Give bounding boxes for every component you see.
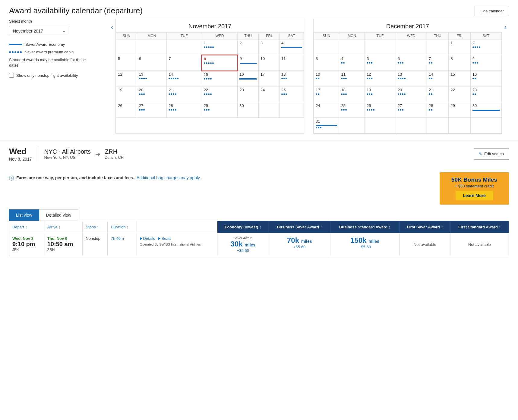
premium-dots-icon bbox=[9, 51, 22, 53]
first-standard-header[interactable]: First Standard Award ↕ bbox=[450, 221, 509, 233]
month-dropdown[interactable]: November 2017 ⌄ bbox=[9, 26, 69, 36]
nov-day-2[interactable]: 2 bbox=[238, 39, 258, 55]
hide-calendar-button[interactable]: Hide calendar bbox=[475, 6, 509, 16]
business-standard-header[interactable]: Business Standard Award ↕ bbox=[330, 221, 399, 233]
next-month-button[interactable]: › bbox=[502, 21, 509, 33]
nov-day-8-today[interactable]: 8 bbox=[202, 55, 238, 71]
depart-header[interactable]: Depart ↕ bbox=[9, 221, 44, 233]
nov-day-28[interactable]: 28 bbox=[167, 102, 202, 118]
dec-day-26[interactable]: 26 bbox=[365, 102, 396, 118]
nov-day-3[interactable]: 3 bbox=[258, 39, 279, 55]
dec-day-28[interactable]: 28 bbox=[427, 102, 448, 118]
nov-day-4[interactable]: 4 bbox=[280, 39, 304, 55]
nov-day-19[interactable]: 19 bbox=[116, 86, 137, 102]
dec-day-14[interactable]: 14 bbox=[427, 71, 448, 86]
first-saver-header[interactable]: First Saver Award ↕ bbox=[400, 221, 450, 233]
selected-month-text: November 2017 bbox=[13, 29, 43, 33]
dec-day-8[interactable]: 8 bbox=[449, 55, 470, 71]
dec-day-6[interactable]: 6 bbox=[396, 55, 427, 71]
dec-day-25[interactable]: 25 bbox=[339, 102, 365, 118]
nonstop-checkbox[interactable] bbox=[9, 73, 14, 78]
dec-day-23[interactable]: 23 bbox=[470, 86, 501, 102]
page-wrapper: Award availability calendar (departure) … bbox=[0, 0, 518, 265]
dec-day-9[interactable]: 9 bbox=[470, 55, 501, 71]
nov-day-24[interactable]: 24 bbox=[258, 86, 279, 102]
business-saver-header[interactable]: Business Saver Award ↕ bbox=[269, 221, 330, 233]
dec-day-15[interactable]: 15 bbox=[449, 71, 470, 86]
economy-saver-label: Saver Award bbox=[220, 236, 266, 240]
dec-day-16[interactable]: 16 bbox=[470, 71, 501, 86]
nov-day-27[interactable]: 27 bbox=[137, 102, 167, 118]
arrive-header[interactable]: Arrive ↕ bbox=[44, 221, 83, 233]
nov-wed-header: WED bbox=[202, 33, 238, 39]
seats-link[interactable]: Seats bbox=[158, 236, 171, 241]
dec-day-20[interactable]: 20 bbox=[396, 86, 427, 102]
learn-more-button[interactable]: Learn More bbox=[456, 191, 493, 200]
dec-day-17[interactable]: 17 bbox=[314, 86, 339, 102]
info-icon: i bbox=[9, 176, 14, 180]
dec-empty bbox=[314, 39, 339, 55]
economy-header[interactable]: Economy (lowest) ↕ bbox=[217, 221, 269, 233]
nov-day-11[interactable]: 11 bbox=[280, 55, 304, 71]
dec-day-30[interactable]: 30 bbox=[470, 102, 501, 118]
prev-month-button[interactable]: ‹ bbox=[109, 21, 115, 33]
dec-day-10[interactable]: 10 bbox=[314, 71, 339, 86]
nov-day-12[interactable]: 12 bbox=[116, 71, 137, 86]
depart-airport: JFK bbox=[12, 248, 41, 252]
nov-day-13[interactable]: 13 bbox=[137, 71, 167, 86]
nov-day-1[interactable]: 1 bbox=[202, 39, 238, 55]
nov-day-25[interactable]: 25 bbox=[280, 86, 304, 102]
nov-day-9[interactable]: 9 bbox=[238, 55, 258, 71]
dec-day-2[interactable]: 2 bbox=[470, 39, 501, 55]
details-link[interactable]: Details bbox=[140, 236, 155, 241]
duration-header[interactable]: Duration ↕ bbox=[108, 221, 137, 233]
dec-day-4[interactable]: 4 bbox=[339, 55, 365, 71]
nov-day-20[interactable]: 20 bbox=[137, 86, 167, 102]
nov-day-16[interactable]: 16 bbox=[238, 71, 258, 86]
operated-by: Operated By SWISS International Airlines bbox=[140, 243, 214, 246]
nov-day-5[interactable]: 5 bbox=[116, 55, 137, 71]
dec-day-5[interactable]: 5 bbox=[365, 55, 396, 71]
dec-day-19[interactable]: 19 bbox=[365, 86, 396, 102]
detailed-view-tab[interactable]: Detailed view bbox=[39, 209, 78, 221]
dec-day-3[interactable]: 3 bbox=[314, 55, 339, 71]
nov-day-10[interactable]: 10 bbox=[258, 55, 279, 71]
select-month-label: Select month bbox=[9, 19, 96, 24]
edit-search-button[interactable]: ✎ Edit search bbox=[474, 148, 509, 160]
nov-day-30[interactable]: 30 bbox=[238, 102, 258, 118]
dec-day-11[interactable]: 11 bbox=[339, 71, 365, 86]
premium-legend-label: Saver Award premium cabin bbox=[25, 50, 74, 54]
dec-day-22[interactable]: 22 bbox=[449, 86, 470, 102]
nov-day-22[interactable]: 22 bbox=[202, 86, 238, 102]
dec-day-13[interactable]: 13 bbox=[396, 71, 427, 86]
nov-day-26[interactable]: 26 bbox=[116, 102, 137, 118]
nov-day-23[interactable]: 23 bbox=[238, 86, 258, 102]
dec-day-7[interactable]: 7 bbox=[427, 55, 448, 71]
results-section: List view Detailed view Depart ↕ Arrive … bbox=[0, 209, 518, 265]
dec-day-24[interactable]: 24 bbox=[314, 102, 339, 118]
november-calendar: November 2017 SUN MON TUE WED THU FRI bbox=[115, 19, 304, 134]
dec-day-12[interactable]: 12 bbox=[365, 71, 396, 86]
flight-info-section: Wed Nov 8, 2017 NYC - All Airports New Y… bbox=[0, 140, 518, 168]
december-grid: SUN MON TUE WED THU FRI SAT bbox=[314, 32, 502, 133]
nov-day-18[interactable]: 18 bbox=[280, 71, 304, 86]
nov-day-7[interactable]: 7 bbox=[167, 55, 202, 71]
dec-day-1[interactable]: 1 bbox=[449, 39, 470, 55]
stops-header[interactable]: Stops ↕ bbox=[83, 221, 108, 233]
nov-day-6[interactable]: 6 bbox=[137, 55, 167, 71]
dec-day-21[interactable]: 21 bbox=[427, 86, 448, 102]
dec-day-18[interactable]: 18 bbox=[339, 86, 365, 102]
bag-charges-link[interactable]: Additional bag charges may apply. bbox=[137, 175, 201, 180]
business-standard-miles: 150k miles bbox=[333, 236, 396, 245]
list-view-tab[interactable]: List view bbox=[9, 209, 39, 221]
dec-sun-header: SUN bbox=[314, 33, 339, 39]
dec-day-27[interactable]: 27 bbox=[396, 102, 427, 118]
dec-day-29[interactable]: 29 bbox=[449, 102, 470, 118]
nov-day-14[interactable]: 14 bbox=[167, 71, 202, 86]
nov-day-21[interactable]: 21 bbox=[167, 86, 202, 102]
destination-sub: Zurich, CH bbox=[105, 155, 124, 160]
nov-day-29[interactable]: 29 bbox=[202, 102, 238, 118]
nov-day-15[interactable]: 15 bbox=[202, 71, 238, 86]
nov-day-17[interactable]: 17 bbox=[258, 71, 279, 86]
dec-day-31[interactable]: 31 bbox=[314, 118, 339, 133]
